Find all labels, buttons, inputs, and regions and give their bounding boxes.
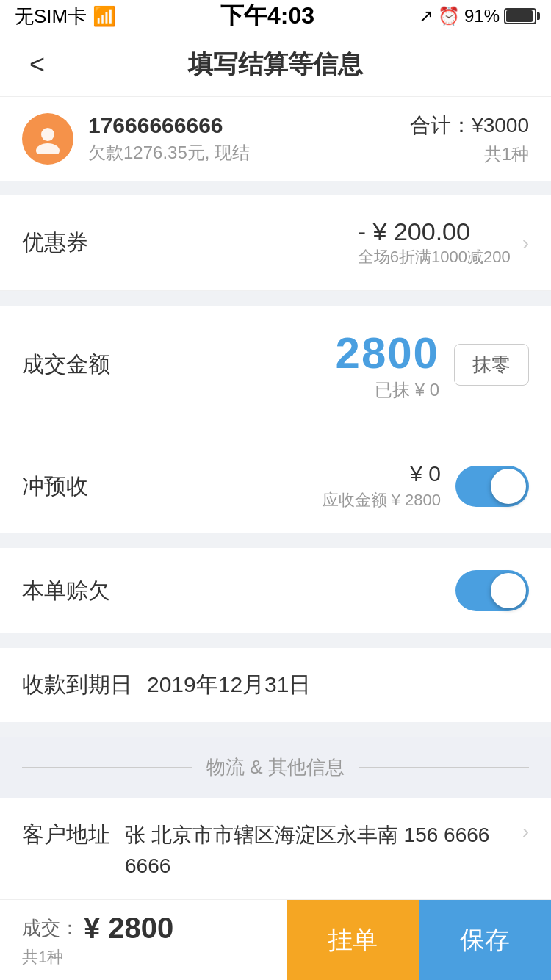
credit-label: 本单赊欠 [22, 576, 110, 606]
chevron-right-icon: › [522, 231, 529, 255]
bottom-footer: 成交： ¥ 2800 共1种 挂单 保存 [0, 899, 551, 980]
amount-row: 成交金额 2800 已抹 ¥ 0 抹零 [22, 328, 529, 402]
battery-icon [504, 8, 536, 24]
customer-info: 17666666666 欠款1276.35元, 现结 [88, 113, 250, 165]
customer-debt: 欠款1276.35元, 现结 [88, 141, 250, 165]
carrier-text: 无SIM卡 [15, 4, 87, 29]
divider-4 [0, 633, 551, 648]
prepay-row: 冲预收 ¥ 0 应收金额 ¥ 2800 [0, 439, 551, 533]
status-carrier: 无SIM卡 📶 [15, 4, 116, 29]
address-value: 张 北京市市辖区海淀区永丰南 156 6666 6666 [125, 820, 508, 882]
prepay-toggle[interactable] [455, 466, 529, 507]
coupon-value-block: - ¥ 200.00 全场6折满1000减200 [358, 217, 511, 268]
divider-1 [0, 181, 551, 195]
amount-section: 成交金额 2800 已抹 ¥ 0 抹零 [0, 306, 551, 439]
logistics-label: 物流 & 其他信息 [206, 754, 345, 780]
save-button[interactable]: 保存 [419, 900, 551, 981]
footer-info: 成交： ¥ 2800 共1种 [0, 912, 287, 968]
prepay-amount: ¥ 0 [323, 461, 441, 486]
location-icon: ↗ [419, 6, 433, 26]
avatar [22, 113, 73, 165]
footer-deal: 成交： ¥ 2800 [22, 912, 264, 945]
address-label: 客户地址 [22, 820, 110, 850]
divider-line-left [22, 767, 192, 768]
coupon-amount: - ¥ 200.00 [358, 217, 511, 246]
wifi-icon: 📶 [93, 5, 116, 28]
credit-toggle[interactable] [455, 570, 529, 611]
svg-point-0 [41, 128, 54, 141]
main-content: 17666666666 欠款1276.35元, 现结 合计：¥3000 共1种 … [0, 97, 551, 980]
due-date-value: 2019年12月31日 [147, 670, 311, 700]
back-button[interactable]: < [22, 42, 52, 87]
coupon-desc: 全场6折满1000减200 [358, 246, 511, 268]
coupon-right: - ¥ 200.00 全场6折满1000减200 › [358, 217, 529, 268]
status-bar: 无SIM卡 📶 下午4:03 ↗ ⏰ 91% [0, 0, 551, 32]
divider-3 [0, 533, 551, 548]
due-date-label: 收款到期日 [22, 670, 132, 700]
amount-right: 2800 已抹 ¥ 0 抹零 [336, 328, 529, 402]
status-time: 下午4:03 [220, 0, 314, 32]
round-zero-button[interactable]: 抹零 [454, 344, 529, 386]
divider-line-right [359, 767, 529, 768]
logistics-divider: 物流 & 其他信息 [0, 737, 551, 798]
address-row[interactable]: 客户地址 张 北京市市辖区海淀区永丰南 156 6666 6666 › [0, 798, 551, 904]
address-chevron-icon: › [522, 820, 529, 843]
customer-row: 17666666666 欠款1276.35元, 现结 合计：¥3000 共1种 [0, 97, 551, 181]
page-title: 填写结算等信息 [188, 48, 363, 82]
hold-button[interactable]: 挂单 [287, 900, 419, 981]
customer-left: 17666666666 欠款1276.35元, 现结 [22, 113, 250, 165]
order-count: 共1种 [410, 143, 529, 166]
prepay-receivable: 应收金额 ¥ 2800 [323, 489, 441, 511]
nav-bar: < 填写结算等信息 [0, 32, 551, 97]
status-right: ↗ ⏰ 91% [419, 6, 536, 26]
coupon-row[interactable]: 优惠券 - ¥ 200.00 全场6折满1000减200 › [0, 195, 551, 291]
customer-phone: 17666666666 [88, 113, 250, 138]
alarm-icon: ⏰ [438, 6, 460, 26]
credit-row: 本单赊欠 [0, 548, 551, 633]
prepay-label: 冲预收 [22, 472, 88, 502]
amount-sub: 已抹 ¥ 0 [336, 378, 439, 402]
prepay-right: ¥ 0 应收金额 ¥ 2800 [323, 461, 441, 511]
svg-point-1 [36, 143, 60, 154]
amount-value-block: 2800 已抹 ¥ 0 [336, 328, 439, 402]
due-date-row: 收款到期日 2019年12月31日 [0, 648, 551, 722]
battery-text: 91% [464, 6, 500, 26]
order-total: 合计：¥3000 [410, 112, 529, 140]
divider-2 [0, 291, 551, 306]
coupon-label: 优惠券 [22, 228, 88, 258]
customer-right: 合计：¥3000 共1种 [410, 112, 529, 166]
amount-value: 2800 [336, 328, 439, 378]
amount-label: 成交金额 [22, 350, 110, 380]
footer-count: 共1种 [22, 946, 264, 968]
divider-5 [0, 722, 551, 737]
footer-amount: ¥ 2800 [84, 912, 173, 945]
